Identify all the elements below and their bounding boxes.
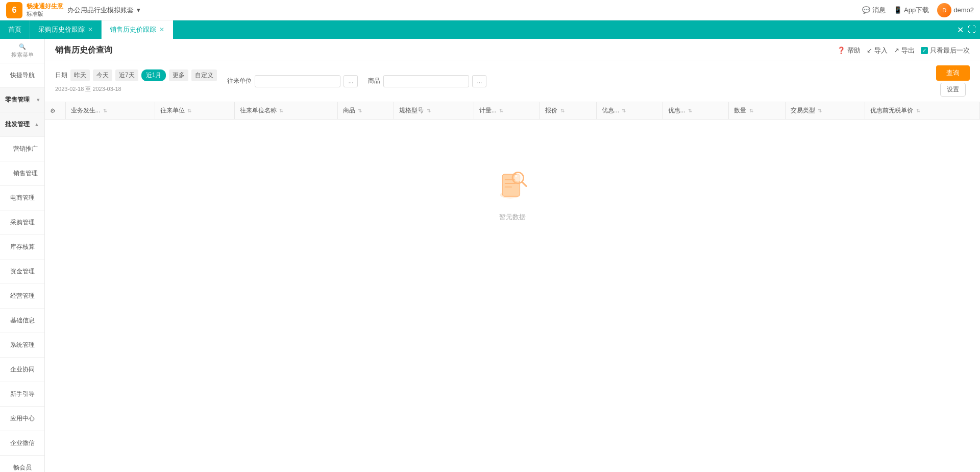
partner-input[interactable]: [255, 75, 340, 87]
svg-point-9: [515, 175, 518, 177]
product-filter-label: 商品: [368, 77, 380, 85]
sidebar-item-retail[interactable]: 零售管理 ▾: [0, 88, 44, 112]
sidebar-item-marketing[interactable]: 营销推广: [0, 137, 44, 161]
sidebar-item-member[interactable]: 畅会员: [0, 456, 44, 472]
th-unit[interactable]: 计量... ⇅: [474, 102, 540, 120]
sidebar-item-newbie[interactable]: 新手引导: [0, 382, 44, 407]
th-partner-code[interactable]: 往来单位 ⇅: [155, 102, 234, 120]
sort-icon-pre-tax-price: ⇅: [916, 108, 920, 113]
th-qty[interactable]: 数量 ⇅: [729, 102, 786, 120]
import-button[interactable]: ↙ 导入: [867, 46, 888, 55]
wholesale-label: 批发管理: [5, 120, 30, 129]
th-trade-type[interactable]: 交易类型 ⇅: [786, 102, 865, 120]
finance-label: 资金管理: [10, 267, 35, 276]
tab-sales-history-close-icon[interactable]: ✕: [159, 26, 164, 33]
workspace-selector[interactable]: 办公用品行业模拟账套 ▾: [67, 6, 140, 15]
fullscreen-icon[interactable]: ⛶: [968, 25, 976, 34]
sidebar: 🔍 搜索菜单 快捷导航 零售管理 ▾ 批发管理 ▲ 营销推广 销售管理 电商管理…: [0, 39, 45, 472]
th-pre-tax-price[interactable]: 优惠前无税单价 ⇅: [865, 102, 980, 120]
sort-icon-partner-name: ⇅: [279, 108, 283, 113]
only-last-checkbox[interactable]: ✓ 只看最后一次: [921, 46, 970, 55]
brand-edition: 标准版: [27, 10, 63, 17]
query-button[interactable]: 查询: [936, 65, 970, 81]
date-btn-more[interactable]: 更多: [169, 69, 188, 81]
message-icon: 💬: [862, 6, 870, 14]
corp-wechat-label: 企业微信: [10, 439, 35, 447]
message-button[interactable]: 💬 消息: [862, 6, 886, 15]
sidebar-item-search[interactable]: 🔍 搜索菜单: [0, 39, 44, 63]
close-window-icon[interactable]: ✕: [957, 25, 964, 35]
topbar-right: 💬 消息 📱 App下载 D demo2: [862, 3, 974, 17]
sidebar-item-finance[interactable]: 资金管理: [0, 259, 44, 284]
th-price[interactable]: 报价 ⇅: [540, 102, 597, 120]
app-center-label: 应用中心: [10, 414, 35, 423]
sidebar-item-purchase[interactable]: 采购管理: [0, 210, 44, 235]
sidebar-item-quick-nav[interactable]: 快捷导航: [0, 63, 44, 88]
user-menu[interactable]: D demo2: [937, 3, 974, 17]
date-filter-group: 日期 昨天 今天 近7天 近1月 更多 自定义 2023-02-18 至 202…: [55, 69, 217, 93]
date-btn-yesterday[interactable]: 昨天: [70, 69, 90, 81]
date-btn-today[interactable]: 今天: [93, 69, 112, 81]
partner-ellipsis-button[interactable]: ...: [344, 75, 358, 87]
tabbar: 首页 采购历史价跟踪 ✕ 销售历史价跟踪 ✕ ✕ ⛶: [0, 20, 980, 39]
sidebar-item-corp-wechat[interactable]: 企业微信: [0, 431, 44, 456]
product-ellipsis-button[interactable]: ...: [472, 75, 486, 87]
th-discount2[interactable]: 优惠... ⇅: [663, 102, 729, 120]
sidebar-item-base-info[interactable]: 基础信息: [0, 309, 44, 333]
app-download-button[interactable]: 📱 App下载: [894, 6, 929, 15]
sidebar-item-operations[interactable]: 经营管理: [0, 284, 44, 309]
tab-home-label: 首页: [8, 25, 21, 34]
import-icon: ↙: [867, 46, 872, 54]
sort-icon-spec: ⇅: [427, 108, 431, 113]
sidebar-item-ecommerce[interactable]: 电商管理: [0, 186, 44, 210]
sidebar-item-app-center[interactable]: 应用中心: [0, 407, 44, 431]
th-gear[interactable]: ⚙: [45, 102, 65, 120]
enterprise-label: 企业协同: [10, 365, 35, 374]
system-label: 系统管理: [10, 341, 35, 349]
brand-name: 畅捷通好生意: [27, 3, 63, 11]
main-layout: 🔍 搜索菜单 快捷导航 零售管理 ▾ 批发管理 ▲ 营销推广 销售管理 电商管理…: [0, 39, 980, 472]
sidebar-item-inventory[interactable]: 库存核算: [0, 235, 44, 259]
sort-icon-trade-type: ⇅: [818, 108, 822, 113]
inventory-label: 库存核算: [10, 243, 35, 251]
th-discount1[interactable]: 优惠... ⇅: [597, 102, 663, 120]
date-range-display: 2023-02-18 至 2023-03-18: [55, 85, 121, 93]
partner-filter-group: 往来单位 ...: [227, 75, 358, 87]
help-button[interactable]: ❓ 帮助: [837, 46, 861, 55]
date-btn-1month[interactable]: 近1月: [141, 69, 166, 81]
th-biz-date[interactable]: 业务发生... ⇅: [65, 102, 155, 120]
sidebar-item-sales-mgmt[interactable]: 销售管理: [0, 161, 44, 186]
tab-home[interactable]: 首页: [0, 20, 30, 39]
product-input[interactable]: [383, 75, 469, 87]
sort-icon-partner-code: ⇅: [187, 108, 191, 113]
table-header-row: ⚙ 业务发生... ⇅ 往来单位 ⇅ 往来单位名称 ⇅: [45, 102, 980, 120]
partner-filter-label: 往来单位: [227, 77, 252, 85]
sidebar-item-system[interactable]: 系统管理: [0, 333, 44, 358]
gear-icon: ⚙: [50, 107, 56, 114]
sort-icon-product: ⇅: [358, 108, 362, 113]
date-btn-7days[interactable]: 近7天: [115, 69, 138, 81]
th-product[interactable]: 商品 ⇅: [337, 102, 394, 120]
tab-sales-history[interactable]: 销售历史价跟踪 ✕: [102, 20, 173, 39]
settings-button[interactable]: 设置: [940, 83, 966, 97]
sort-icon-discount2: ⇅: [688, 108, 692, 113]
workspace-name: 办公用品行业模拟账套: [67, 6, 134, 15]
help-icon: ❓: [837, 46, 845, 54]
th-spec[interactable]: 规格型号 ⇅: [394, 102, 474, 120]
sidebar-item-enterprise[interactable]: 企业协同: [0, 358, 44, 382]
retail-label: 零售管理: [5, 96, 30, 104]
export-button[interactable]: ↗ 导出: [894, 46, 915, 55]
tab-purchase-history-close-icon[interactable]: ✕: [88, 26, 93, 33]
username: demo2: [953, 6, 974, 14]
sidebar-item-wholesale[interactable]: 批发管理 ▲: [0, 112, 44, 137]
base-info-label: 基础信息: [10, 316, 35, 325]
empty-text: 暂元数据: [499, 213, 526, 222]
date-btn-custom[interactable]: 自定义: [191, 69, 217, 81]
tab-purchase-history[interactable]: 采购历史价跟踪 ✕: [30, 20, 102, 39]
date-filter-label: 日期: [55, 71, 67, 80]
app-logo: 6: [6, 2, 22, 18]
search-icon: 🔍: [19, 43, 26, 50]
sort-icon-price: ⇅: [560, 108, 565, 113]
export-icon: ↗: [894, 46, 899, 54]
th-partner-name[interactable]: 往来单位名称 ⇅: [234, 102, 337, 120]
